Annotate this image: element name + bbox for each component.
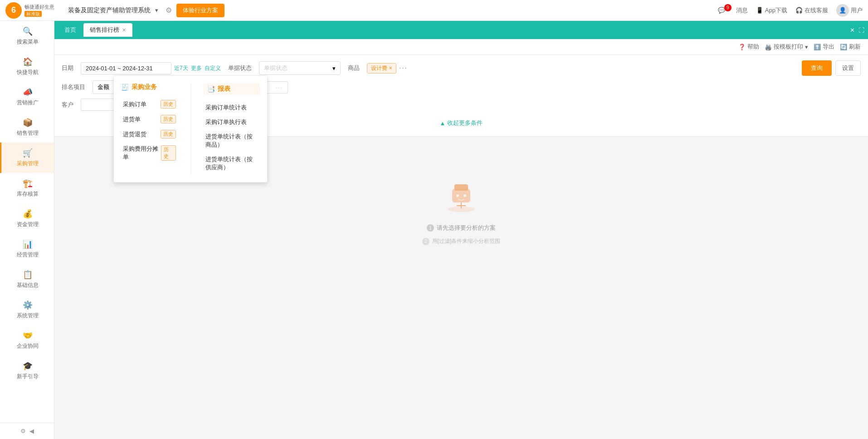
salesman-dots[interactable]: ··· [275,84,283,91]
date-quick-custom[interactable]: 自定义 [205,64,221,72]
purchase-icon: 🛒 [23,148,33,158]
logo-badge: 标准版 [24,11,42,17]
status-label: 单据状态 [228,64,252,72]
refresh-action[interactable]: 🔄 刷新 [840,43,861,51]
purchase-section-title: 🧾 采购业务 [121,83,178,91]
date-range: 近7天 更多 自定义 [81,62,221,74]
tab-close-all-icon[interactable]: ✕ [850,27,855,34]
history-badge-0: 历史 [161,100,176,109]
sidebar-item-purchase[interactable]: 🛒 采购管理 [0,143,54,173]
rank-select-value: 金额 [98,83,109,91]
date-input[interactable] [81,62,171,74]
svg-point-4 [463,194,466,197]
settings-icon[interactable]: ⚙ [166,6,172,15]
system-dropdown[interactable]: ▾ [155,7,158,14]
trial-button[interactable]: 体验行业方案 [176,4,224,17]
history-badge-2: 历史 [161,130,176,138]
action-buttons: 查询 设置 [802,60,861,76]
goods-more-btn[interactable]: ··· [399,64,408,72]
status-select[interactable]: 单据状态 ▾ [259,61,341,75]
message-action[interactable]: 💬 9 消息 [718,6,748,15]
header-left: 6 畅捷通好生意 标准版 装备及固定资产辅助管理系统 ▾ ⚙ 体验行业方案 [5,2,224,19]
tab-home[interactable]: 首页 [58,23,83,37]
query-button[interactable]: 查询 [802,60,832,76]
empty-illustration [439,173,484,218]
tab-close-icon[interactable]: ✕ [122,27,126,33]
sidebar: 🔍 搜索菜单 🏠 快捷导航 📣 营销推广 📦 销售管理 🛒 采购管理 🏗️ 库存… [0,21,54,439]
inventory-icon: 🏗️ [23,178,33,188]
avatar: 👤 [836,4,849,17]
date-quick-more[interactable]: 更多 [191,64,202,72]
report-menu-section: 📑 报表 采购订单统计表 采购订单执行表 进货单统计表（按商品） 进货单统计表（… [204,83,260,175]
message-badge: 9 [724,4,731,11]
goods-label: 商品 [348,64,360,72]
filter-toolbar: ❓ 帮助 🖨️ 按模板打印 ▾ ⬆️ 导出 🔄 刷新 [54,39,868,55]
sidebar-item-quick-nav[interactable]: 🏠 快捷导航 [0,51,54,82]
tab-right-actions: ✕ ⛶ [850,27,864,34]
logo-text: 畅捷通好生意 标准版 [24,4,54,17]
rank-label: 排名项目 [62,83,85,91]
system-title: 装备及固定资产辅助管理系统 [68,6,151,15]
export-icon: ⬆️ [814,44,821,50]
app-download-action[interactable]: 📱 App下载 [756,6,787,15]
status-select-value: 单据状态 [264,64,288,72]
sidebar-item-guide[interactable]: 🎓 新手引导 [0,355,54,386]
history-badge-3: 历史 [161,145,176,161]
report-section-icon: 📑 [207,85,215,93]
user-action[interactable]: 👤 用户 [836,4,863,17]
page-content: ❓ 帮助 🖨️ 按模板打印 ▾ ⬆️ 导出 🔄 刷新 [54,39,868,439]
search-icon: 🔍 [23,26,33,36]
purchase-menu-section: 🧾 采购业务 采购订单 历史 进货单 历史 进货退货 历史 [121,83,178,175]
header-right: 💬 9 消息 📱 App下载 🎧 在线客服 👤 用户 [718,4,863,17]
customer-label: 客户 [62,101,73,109]
top-header: 6 畅捷通好生意 标准版 装备及固定资产辅助管理系统 ▾ ⚙ 体验行业方案 💬 … [0,0,868,21]
print-action[interactable]: 🖨️ 按模板打印 ▾ [765,43,808,51]
menu-item-report-instock-supplier[interactable]: 进货单统计表（按供应商） [204,152,260,175]
print-dropdown-icon: ▾ [805,44,808,50]
sidebar-item-marketing[interactable]: 📣 营销推广 [0,82,54,112]
marketing-icon: 📣 [23,87,33,97]
menu-item-report-order-exec[interactable]: 采购订单执行表 [204,115,260,129]
menu-item-purchase-instock[interactable]: 进货单 历史 [121,112,178,127]
menu-item-purchase-order[interactable]: 采购订单 历史 [121,97,178,112]
headset-icon: 🎧 [795,7,803,14]
tab-sales-rank[interactable]: 销售排行榜 ✕ [83,23,132,37]
sidebar-item-finance[interactable]: 💰 资金管理 [0,203,54,234]
date-quick-7days[interactable]: 近7天 [174,64,188,72]
settings-button[interactable]: 设置 [835,60,861,76]
svg-rect-2 [454,184,468,191]
filter-row-1: 日期 近7天 更多 自定义 单据状态 单据状态 ▾ 商品 [62,60,861,76]
menu-item-report-instock-goods[interactable]: 进货单统计表（按商品） [204,129,260,152]
sidebar-item-operations[interactable]: 📊 经营管理 [0,234,54,264]
status-chevron-icon: ▾ [332,65,336,72]
logo-icon: 6 [5,2,22,19]
help-action[interactable]: ❓ 帮助 [738,43,759,51]
purchase-section-icon: 🧾 [121,84,129,91]
help-icon: ❓ [738,44,746,50]
history-badge-1: 历史 [161,115,176,123]
sidebar-item-search[interactable]: 🔍 搜索菜单 [0,21,54,51]
menu-divider [190,83,191,175]
home-icon: 🏠 [23,57,33,67]
goods-tag-close[interactable]: × [389,65,392,71]
guide-icon: 🎓 [23,361,33,371]
tab-expand-icon[interactable]: ⛶ [858,27,864,34]
sidebar-item-system[interactable]: ⚙️ 系统管理 [0,295,54,325]
online-service-action[interactable]: 🎧 在线客服 [795,6,828,15]
sidebar-item-cooperation[interactable]: 🤝 企业协同 [0,325,54,355]
sidebar-item-inventory[interactable]: 🏗️ 库存核算 [0,173,54,203]
finance-icon: 💰 [23,209,33,219]
settings-bottom-icon[interactable]: ⚙ [20,428,26,434]
sidebar-item-basic[interactable]: 📋 基础信息 [0,264,54,295]
goods-tag: 设计费 × [367,63,396,74]
sales-icon: 📦 [23,118,33,128]
export-action[interactable]: ⬆️ 导出 [814,43,834,51]
menu-item-report-order-stat[interactable]: 采购订单统计表 [204,100,260,115]
system-icon: ⚙️ [23,300,33,310]
menu-item-purchase-cost[interactable]: 采购费用分摊单 历史 [121,142,178,164]
sidebar-item-sales[interactable]: 📦 销售管理 [0,112,54,143]
menu-item-purchase-return[interactable]: 进货退货 历史 [121,127,178,142]
empty-hint-1: 1 请先选择要分析的方案 [427,224,496,232]
tab-bar: 首页 销售排行榜 ✕ ✕ ⛶ [54,21,868,39]
collapse-sidebar-icon[interactable]: ◀ [29,428,34,434]
